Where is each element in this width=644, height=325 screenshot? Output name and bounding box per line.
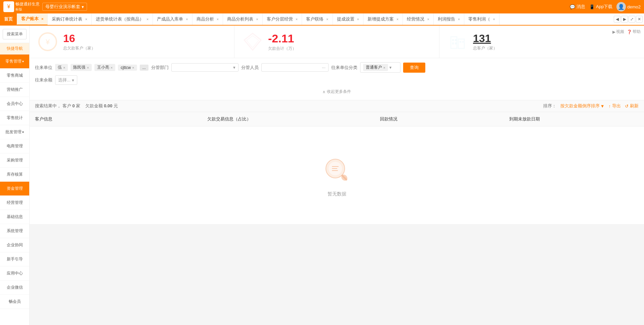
tab-next-button[interactable]: ▶ (621, 16, 628, 23)
app-download-button[interactable]: 📱 App下载 (589, 4, 612, 10)
sidebar-item-enterprise-coop[interactable]: 企业协同 (0, 238, 29, 252)
debt-total-number: -2.11 (268, 32, 296, 45)
sidebar-item-ops-mgmt[interactable]: 经营管理 (0, 196, 29, 210)
close-icon[interactable]: × (357, 17, 359, 21)
refresh-icon: ↺ (625, 104, 629, 109)
refresh-button[interactable]: ↺ 刷新 (625, 103, 639, 109)
sidebar-item-inventory[interactable]: 库存核算 (0, 168, 29, 182)
person-label: 分管人员 (241, 65, 259, 71)
tab-purchase-order[interactable]: 采购订单统计表 × (48, 13, 91, 25)
tab-close-all-button[interactable]: ✕ (636, 16, 643, 23)
sidebar-item-sys-mgmt[interactable]: 系统管理 (0, 224, 29, 238)
close-icon[interactable]: × (493, 17, 495, 21)
export-button[interactable]: ↑ 导出 (609, 103, 621, 109)
close-icon[interactable]: × (146, 17, 148, 21)
svg-rect-6 (452, 39, 454, 41)
sidebar-item-basic-info[interactable]: 基础信息 (0, 210, 29, 224)
close-icon[interactable]: × (256, 17, 258, 21)
sidebar: 搜索菜单 快捷导航 零售管理 ▾ 零售商城 营销推广 会员中心 零售统计 批发管… (0, 26, 30, 325)
chevron-down-icon: ▼ (600, 104, 605, 109)
debt-customers-label: 总欠款客户（家） (63, 45, 95, 51)
chevron-down-icon: ▾ (22, 130, 24, 134)
balance-select[interactable]: 选择... ▾ (55, 75, 77, 85)
user-avatar-button[interactable]: 👤 demo2 (616, 2, 641, 11)
close-icon[interactable]: × (217, 17, 219, 21)
sidebar-item-retail-mall[interactable]: 零售商城 (0, 69, 29, 83)
remove-tag-wu[interactable]: × (63, 66, 65, 70)
remove-tag-wang[interactable]: × (111, 66, 113, 70)
remove-tag-chen[interactable]: × (87, 66, 89, 70)
sidebar-item-app-center[interactable]: 应用中心 (0, 266, 29, 281)
search-menu-button[interactable]: 搜索菜单 (3, 29, 27, 39)
remove-class-tag[interactable]: × (383, 66, 385, 70)
tab-new-promotion[interactable]: 新增提成方案 × (363, 13, 403, 25)
tab-prev-button[interactable]: ◀ (614, 16, 620, 23)
tab-product-analysis[interactable]: 商品分析 × (192, 13, 223, 25)
tab-customer-tier[interactable]: 客户分层经营 × (263, 13, 302, 25)
unit-tag-chen: 陈民强 × (71, 64, 91, 71)
close-icon[interactable]: × (396, 17, 398, 21)
close-icon[interactable]: × (427, 17, 429, 21)
close-icon[interactable]: × (296, 17, 298, 21)
tab-maximize-button[interactable]: ⤢ (629, 16, 635, 23)
debt-total-label: 欠款合计（万） (268, 46, 296, 51)
col-customer-info: 客户信息 (35, 116, 207, 122)
sidebar-item-member-vip[interactable]: 畅会员 (0, 295, 29, 309)
export-icon: ↑ (609, 104, 611, 109)
tab-profit-report[interactable]: 利润报告 × (434, 13, 464, 25)
sidebar-item-retail-mgmt[interactable]: 零售管理 ▾ (0, 55, 29, 69)
close-icon[interactable]: × (458, 17, 460, 21)
unit-class-select[interactable]: 普通客户 × ▾ (360, 62, 400, 73)
tab-operations[interactable]: 经营情况 × (403, 13, 433, 25)
filter-row-1: 往来单位 伍 × 陈民强 × 王小亮 × cjttcw × ... (35, 62, 639, 73)
tab-inbound-stats[interactable]: 进货单统计表（按商品） × (92, 13, 153, 25)
tab-promotion-settings[interactable]: 提成设置 × (333, 13, 363, 25)
avatar: 👤 (616, 2, 626, 11)
sidebar-search-area: 搜索菜单 (0, 26, 29, 43)
close-icon[interactable]: × (186, 17, 188, 21)
more-icon: ··· (322, 65, 326, 70)
close-icon[interactable]: × (85, 17, 87, 21)
sidebar-item-batch-mgmt[interactable]: 批发管理 ▾ (0, 125, 29, 139)
sidebar-item-retail-stats[interactable]: 零售统计 (0, 111, 29, 125)
tab-customer-book[interactable]: 客户账本 × (17, 13, 48, 25)
collapse-button[interactable]: ∧ 收起更多条件 (35, 87, 639, 96)
tab-customer-contact[interactable]: 客户联络 × (302, 13, 333, 25)
sidebar-item-finance-mgmt[interactable]: 资金管理 (0, 182, 29, 196)
stat-debt-customers-values: 16 总欠款客户（家） (63, 32, 95, 51)
chevron-down-icon: ▾ (82, 4, 84, 9)
close-icon[interactable]: × (41, 17, 43, 21)
unit-tag-more[interactable]: ... (140, 65, 148, 71)
sidebar-item-purchase-mgmt[interactable]: 采购管理 (0, 153, 29, 168)
messages-button[interactable]: 💬 消息 (570, 4, 585, 10)
svg-text:¥: ¥ (45, 38, 50, 46)
help-link[interactable]: ❓ 帮助 (627, 29, 641, 35)
remove-tag-cjttcw[interactable]: × (132, 66, 134, 70)
svg-rect-5 (458, 39, 464, 48)
filter-area: 往来单位 伍 × 陈民强 × 王小亮 × cjttcw × ... (30, 58, 644, 100)
query-button[interactable]: 查询 (403, 63, 425, 73)
tab-cost-inbound[interactable]: 产成品入库单 × (153, 13, 192, 25)
svg-rect-14 (332, 166, 339, 167)
person-select[interactable]: ··· (261, 63, 329, 72)
sidebar-item-member-center[interactable]: 会员中心 (0, 97, 29, 111)
tab-home[interactable]: 首页 (0, 13, 17, 25)
tab-product-analysis-list[interactable]: 商品分析列表 × (223, 13, 262, 25)
dept-select[interactable]: ▾ (171, 63, 239, 72)
logo-icon: ¥ (3, 1, 14, 12)
sidebar-item-ecommerce[interactable]: 电商管理 (0, 139, 29, 153)
video-link[interactable]: ▶ 视频 (612, 29, 624, 35)
sort-select[interactable]: 按欠款金额倒序排序 ▼ (560, 103, 605, 109)
nav-tabs: 首页 客户账本 × 采购订单统计表 × 进货单统计表（按商品） × 产成品入库单… (0, 13, 644, 26)
sidebar-item-marketing[interactable]: 营销推广 (0, 83, 29, 97)
close-icon[interactable]: × (326, 17, 328, 21)
svg-rect-15 (332, 168, 337, 169)
result-actions: 排序： 按欠款金额倒序排序 ▼ ↑ 导出 ↺ 刷新 (543, 103, 639, 109)
svg-marker-3 (247, 36, 259, 48)
tab-retail-profit[interactable]: 零售利润（ × (464, 13, 499, 25)
sidebar-item-enterprise-wechat[interactable]: 企业微信 (0, 281, 29, 295)
quick-nav-button[interactable]: 快捷导航 (0, 43, 29, 55)
account-dropdown[interactable]: 母婴行业演示帐套 ▾ (42, 3, 87, 11)
sidebar-item-new-guide[interactable]: 新手引导 (0, 252, 29, 266)
stat-debt-total: -2.11 欠款合计（万） (234, 26, 439, 58)
